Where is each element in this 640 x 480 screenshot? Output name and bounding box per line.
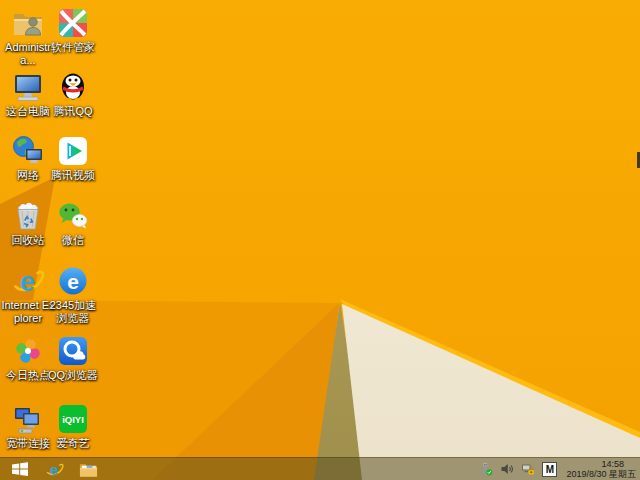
desktop-icon-qq-browser[interactable]: QQ浏览器 <box>45 334 101 382</box>
usb-safely-remove-icon[interactable] <box>479 462 493 476</box>
desktop-icon-label: QQ浏览器 <box>45 369 101 382</box>
start-button[interactable] <box>9 459 31 480</box>
tencent-video-icon <box>56 134 90 168</box>
ie-icon: e <box>45 460 64 479</box>
desktop-icon-label: 爱奇艺 <box>45 437 101 450</box>
desktop-icon-label: 软件管家 <box>45 41 101 54</box>
file-explorer-icon <box>79 461 98 478</box>
svg-text:e: e <box>20 267 35 297</box>
iqiyi-icon: iQIYI <box>56 402 90 436</box>
qq-icon <box>56 70 90 104</box>
2345-browser-icon: e <box>56 264 90 298</box>
qq-browser-icon <box>56 334 90 368</box>
clock-time: 14:58 <box>566 459 636 469</box>
svg-text:iQIYI: iQIYI <box>62 414 84 425</box>
broadband-icon <box>11 402 45 436</box>
clock-date: 2019/8/30 星期五 <box>566 469 636 479</box>
desktop-icon-label: 腾讯QQ <box>45 105 101 118</box>
network-icon <box>11 134 45 168</box>
volume-icon[interactable] <box>500 462 514 476</box>
wechat-icon <box>56 199 90 233</box>
desktop-icon-tencent-video[interactable]: 腾讯视频 <box>45 134 101 182</box>
desktop-icon-label: 微信 <box>45 234 101 247</box>
taskbar-clock[interactable]: 14:58 2019/8/30 星期五 <box>564 459 636 479</box>
desktop-icon-software-manager[interactable]: 软件管家 <box>45 6 101 54</box>
windows-start-icon <box>11 461 29 477</box>
taskbar: e <box>0 457 640 480</box>
ie-icon: e <box>11 264 45 298</box>
user-folder-icon <box>11 6 45 40</box>
desktop-icon-wechat[interactable]: 微信 <box>45 199 101 247</box>
taskbar-file-explorer-button[interactable] <box>77 459 99 480</box>
this-pc-icon <box>11 70 45 104</box>
system-tray: M 14:58 2019/8/30 星期五 <box>479 458 636 480</box>
desktop-icon-iqiyi[interactable]: iQIYI 爱奇艺 <box>45 402 101 450</box>
desktop-icon-label: 2345加速浏览器 <box>45 299 101 325</box>
desktop-icon-2345-browser[interactable]: e 2345加速浏览器 <box>45 264 101 325</box>
network-warning-icon[interactable] <box>521 462 535 476</box>
svg-text:e: e <box>67 270 79 293</box>
desktop: Administra... 软件管家 <box>0 0 640 480</box>
svg-text:e: e <box>50 460 58 477</box>
input-method-indicator[interactable]: M <box>542 462 557 477</box>
desktop-icon-label: 腾讯视频 <box>45 169 101 182</box>
desktop-icon-qq[interactable]: 腾讯QQ <box>45 70 101 118</box>
software-manager-icon <box>56 6 90 40</box>
today-hotspot-icon <box>11 334 45 368</box>
taskbar-ie-button[interactable]: e <box>43 459 65 480</box>
recycle-bin-icon <box>11 199 45 233</box>
